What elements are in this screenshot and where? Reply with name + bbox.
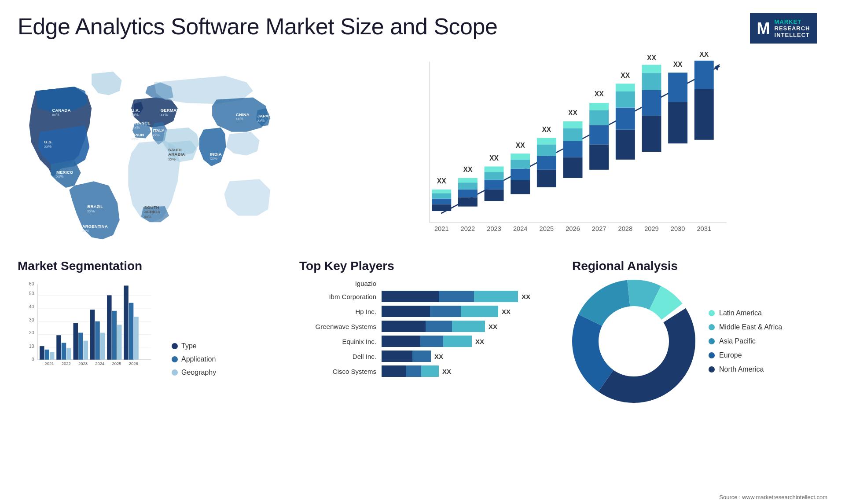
svg-rect-123 [117,325,122,359]
legend-mea: Middle East & Africa [709,323,782,331]
svg-text:xx%: xx% [131,137,139,141]
player-name-equinix: Equinix Inc. [299,338,376,345]
bar-2021-seg3 [432,193,451,199]
content-area: CANADA xx% U.S. xx% MEXICO xx% BRAZIL xx… [0,48,845,403]
segmentation-section: Market Segmentation 0 10 20 30 40 50 60 [18,259,290,403]
svg-text:FRANCE: FRANCE [132,121,151,125]
legend-north-america-label: North America [719,365,764,373]
regional-title: Regional Analysis [572,259,845,273]
svg-rect-127 [134,317,139,360]
legend-dot-geo [172,369,178,376]
player-name-hp: Hp Inc. [299,308,376,315]
svg-rect-38 [458,178,478,183]
player-name-iguazio: Iguazio [299,280,376,287]
svg-text:2021: 2021 [44,361,54,366]
player-bar-hp: XX [382,306,511,317]
map-label-canada: CANADA [52,108,70,113]
svg-text:ARABIA: ARABIA [168,152,185,157]
svg-text:10: 10 [29,343,34,349]
svg-text:2022: 2022 [62,361,71,366]
svg-rect-80 [642,65,661,73]
legend-dot-type [172,343,178,349]
legend-latin-america: Latin America [709,309,782,317]
svg-text:2023: 2023 [78,361,88,366]
legend-label-app: Application [181,355,216,363]
svg-rect-74 [616,84,635,91]
regional-legend: Latin America Middle East & Africa Asia … [709,309,782,373]
svg-text:XX: XX [542,126,551,133]
source-text: Source : www.marketresearchintellect.com [719,494,827,500]
bar-chart: XX 2021 XX 2022 XX 2023 XX 2024 [317,52,819,250]
svg-rect-115 [83,341,88,360]
legend-dot-app [172,356,178,362]
bar-2021-seg4 [432,190,451,193]
svg-rect-60 [563,141,583,157]
svg-rect-71 [616,130,635,160]
svg-text:2031: 2031 [697,225,711,232]
svg-text:xx%: xx% [52,113,59,117]
svg-rect-122 [112,311,117,360]
player-bar-ibm: XX [382,291,530,302]
svg-text:xx%: xx% [257,118,265,123]
svg-rect-126 [129,303,134,360]
svg-rect-114 [78,333,83,360]
svg-rect-66 [589,125,609,144]
player-name-ibm: Ibm Corporation [299,293,376,300]
svg-text:xx%: xx% [44,144,52,149]
svg-text:xx%: xx% [132,125,140,130]
svg-text:xx%: xx% [131,113,139,117]
player-row-ibm: Ibm Corporation XX [299,291,555,302]
seg-chart-area: 0 10 20 30 40 50 60 [18,280,282,376]
logo-line3: INTELLECT [775,32,810,38]
bar-2021-seg1 [432,204,451,211]
donut-chart [572,280,695,403]
svg-text:0: 0 [32,357,34,362]
svg-text:xx%: xx% [153,133,160,137]
svg-rect-78 [642,90,661,116]
legend-mea-label: Middle East & Africa [719,323,782,331]
svg-text:XX: XX [595,90,604,98]
logo-line2: RESEARCH [775,25,810,32]
svg-rect-109 [56,335,61,359]
svg-rect-106 [44,350,49,360]
player-bar-dell: XX [382,351,443,362]
legend-apac: Asia Pacific [709,337,782,345]
svg-text:XX: XX [463,166,472,173]
player-bar-greenwave: XX [382,321,497,332]
trend-arrow [714,64,720,71]
svg-text:30: 30 [29,317,34,322]
players-title: Top Key Players [299,259,555,273]
logo-line1: MARKET [775,18,810,25]
svg-text:U.S.: U.S. [44,139,53,144]
svg-rect-72 [616,108,635,130]
players-list: Iguazio Ibm Corporation XX [299,280,555,377]
svg-text:JAPAN: JAPAN [257,113,272,118]
svg-rect-55 [537,144,556,156]
svg-rect-48 [511,169,530,180]
svg-text:XX: XX [568,109,577,117]
svg-text:60: 60 [29,281,34,286]
player-row-cisco: Cisco Systems XX [299,365,555,377]
svg-text:2024: 2024 [513,225,528,232]
svg-text:2022: 2022 [461,225,475,232]
legend-europe: Europe [709,351,782,359]
svg-text:2029: 2029 [644,225,659,232]
svg-rect-121 [107,295,112,359]
player-row-greenwave: Greenwave Systems XX [299,321,555,332]
player-row-dell: Dell Inc. XX [299,351,555,362]
svg-rect-62 [563,121,583,128]
svg-rect-47 [511,180,530,194]
svg-text:AFRICA: AFRICA [144,209,160,214]
svg-rect-61 [563,128,583,141]
svg-text:xx%: xx% [144,215,151,219]
svg-rect-111 [66,348,71,360]
svg-text:50: 50 [29,291,34,296]
svg-rect-37 [458,183,478,190]
svg-rect-73 [616,91,635,108]
svg-rect-50 [511,153,530,160]
seg-legend: Type Application Geography [172,342,216,376]
svg-text:xx%: xx% [161,113,168,117]
svg-point-134 [601,309,666,374]
svg-rect-87 [694,89,714,140]
svg-text:ARGENTINA: ARGENTINA [82,224,108,229]
